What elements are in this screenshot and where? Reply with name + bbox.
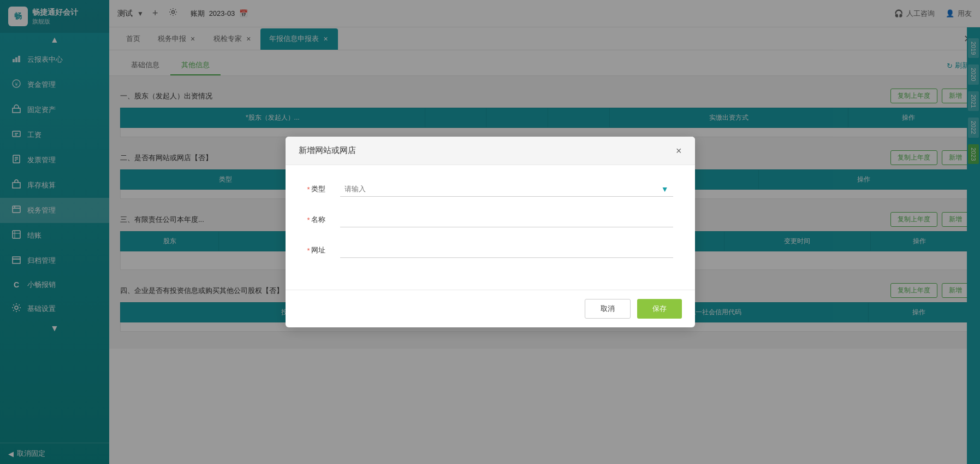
type-select-wrapper: ▼ bbox=[340, 181, 673, 197]
save-button[interactable]: 保存 bbox=[637, 299, 682, 319]
type-input[interactable] bbox=[340, 181, 673, 197]
type-label: * 类型 bbox=[307, 184, 340, 194]
modal-body: * 类型 ▼ * 名称 * 网址 bbox=[286, 165, 695, 290]
add-website-modal: 新增网站或网店 × * 类型 ▼ * 名称 bbox=[286, 137, 695, 327]
modal-footer: 取消 保存 bbox=[286, 290, 695, 327]
url-input[interactable] bbox=[340, 243, 673, 258]
modal-title: 新增网站或网店 bbox=[299, 145, 356, 156]
form-row-url: * 网址 bbox=[307, 243, 673, 258]
name-input[interactable] bbox=[340, 212, 673, 227]
form-row-type: * 类型 ▼ bbox=[307, 181, 673, 197]
modal-overlay: 新增网站或网店 × * 类型 ▼ * 名称 bbox=[0, 0, 980, 464]
url-label: * 网址 bbox=[307, 245, 340, 255]
modal-header: 新增网站或网店 × bbox=[286, 137, 695, 165]
name-label: * 名称 bbox=[307, 215, 340, 225]
form-row-name: * 名称 bbox=[307, 212, 673, 227]
modal-close-button[interactable]: × bbox=[676, 146, 682, 156]
cancel-button[interactable]: 取消 bbox=[585, 299, 631, 319]
